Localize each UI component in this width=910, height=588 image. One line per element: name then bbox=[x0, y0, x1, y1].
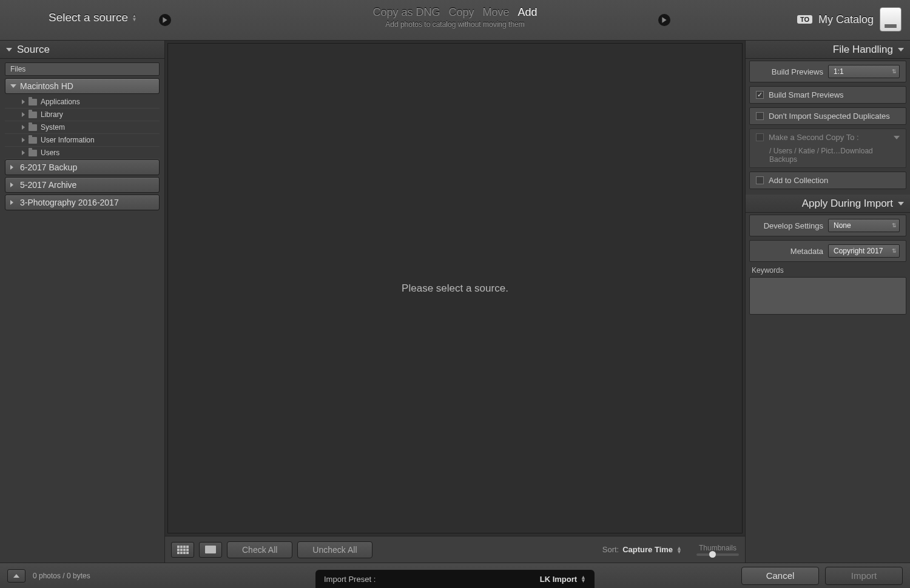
drive-row[interactable]: 6-2017 Backup bbox=[5, 159, 160, 175]
add-to-collection-label: Add to Collection bbox=[769, 176, 828, 185]
keywords-input[interactable] bbox=[749, 277, 906, 315]
folder-icon bbox=[29, 112, 37, 118]
folder-row[interactable]: Users bbox=[5, 147, 160, 159]
import-button[interactable]: Import bbox=[825, 567, 903, 585]
dropdown-icon: ⇅ bbox=[892, 248, 897, 254]
file-handling-header[interactable]: File Handling bbox=[746, 41, 910, 59]
single-view-icon bbox=[205, 546, 216, 553]
preview-toolbar: Check All Uncheck All Sort: Capture Time… bbox=[165, 536, 745, 563]
nav-arrow-right-icon[interactable] bbox=[159, 14, 171, 26]
build-previews-value: 1:1 bbox=[834, 67, 844, 76]
uncheck-all-label: Uncheck All bbox=[312, 545, 357, 555]
dropdown-icon: ▲▼ bbox=[676, 546, 682, 553]
nav-arrow-right-icon[interactable] bbox=[658, 14, 670, 26]
source-panel-header[interactable]: Source bbox=[0, 41, 164, 59]
source-picker-label: Select a source bbox=[49, 11, 128, 24]
apply-during-import-header[interactable]: Apply During Import bbox=[746, 195, 910, 213]
build-previews-label: Build Previews bbox=[772, 67, 823, 76]
metadata-row: Metadata Copyright 2017 ⇅ bbox=[749, 240, 906, 262]
folder-row[interactable]: Applications bbox=[5, 96, 160, 109]
cancel-label: Cancel bbox=[766, 570, 795, 581]
catalog-name: My Catalog bbox=[818, 13, 874, 26]
thumbnail-slider[interactable] bbox=[696, 553, 739, 556]
dropdown-icon: ⇅ bbox=[892, 68, 897, 75]
main-area: Source Files Macintosh HD Applications L… bbox=[0, 41, 910, 563]
drive-row[interactable]: 3-Photography 2016-2017 bbox=[5, 195, 160, 210]
disclosure-triangle-icon bbox=[10, 182, 16, 187]
chevron-right-icon bbox=[22, 112, 25, 117]
folder-icon bbox=[29, 124, 37, 131]
to-badge: TO bbox=[797, 15, 812, 24]
folder-icon bbox=[29, 99, 37, 105]
develop-settings-row: Develop Settings None ⇅ bbox=[749, 215, 906, 236]
folder-name: Users bbox=[41, 149, 59, 157]
drive-row[interactable]: 5-2017 Archive bbox=[5, 177, 160, 193]
status-text: 0 photos / 0 bytes bbox=[33, 572, 90, 580]
second-copy-path: / Users / Katie / Pict…Download Backups bbox=[756, 147, 900, 164]
uncheck-all-button[interactable]: Uncheck All bbox=[297, 541, 372, 558]
sort-control[interactable]: Sort: Capture Time ▲▼ bbox=[602, 545, 682, 554]
develop-settings-dropdown[interactable]: None ⇅ bbox=[828, 219, 900, 232]
build-previews-dropdown[interactable]: 1:1 ⇅ bbox=[828, 65, 900, 78]
checkbox-icon[interactable] bbox=[756, 133, 764, 141]
build-previews-row: Build Previews 1:1 ⇅ bbox=[749, 61, 906, 82]
mode-copy-as-dng[interactable]: Copy as DNG bbox=[372, 6, 440, 19]
import-preset-bar[interactable]: Import Preset : LK Import ▲▼ bbox=[315, 570, 595, 588]
folder-icon bbox=[29, 137, 37, 144]
hard-drive-icon bbox=[880, 7, 902, 32]
keywords-label: Keywords bbox=[746, 264, 910, 276]
dropdown-icon: ⇅ bbox=[892, 222, 897, 229]
files-section-label: Files bbox=[5, 62, 160, 76]
source-picker[interactable]: Select a source ▲▼ bbox=[49, 11, 137, 24]
sort-label: Sort: bbox=[602, 545, 619, 554]
check-all-button[interactable]: Check All bbox=[227, 541, 292, 558]
duplicates-row[interactable]: Don't Import Suspected Duplicates bbox=[749, 107, 906, 125]
folder-row[interactable]: System bbox=[5, 121, 160, 134]
slider-knob-icon[interactable] bbox=[709, 551, 716, 558]
tray-toggle-button[interactable] bbox=[7, 569, 25, 583]
checkbox-icon[interactable] bbox=[756, 112, 764, 120]
preset-label: Import Preset : bbox=[324, 575, 376, 584]
smart-previews-row[interactable]: Build Smart Previews bbox=[749, 86, 906, 104]
develop-settings-label: Develop Settings bbox=[764, 221, 823, 230]
drive-name: Macintosh HD bbox=[20, 81, 73, 91]
drive-name: 3-Photography 2016-2017 bbox=[20, 198, 119, 207]
thumbnail-size-control: Thumbnails bbox=[696, 544, 739, 556]
folder-row[interactable]: User Information bbox=[5, 134, 160, 147]
mode-copy[interactable]: Copy bbox=[448, 6, 474, 19]
chevron-right-icon bbox=[22, 138, 25, 142]
disclosure-triangle-icon bbox=[10, 200, 16, 205]
folder-name: System bbox=[41, 123, 65, 132]
develop-settings-value: None bbox=[834, 221, 851, 230]
disclosure-triangle-icon bbox=[894, 136, 900, 139]
cancel-button[interactable]: Cancel bbox=[741, 567, 819, 585]
folder-icon bbox=[29, 150, 37, 156]
second-copy-row[interactable]: Make a Second Copy To : / Users / Katie … bbox=[749, 129, 906, 168]
top-bar: Select a source ▲▼ Copy as DNG Copy Move… bbox=[0, 0, 910, 41]
disclosure-triangle-icon bbox=[10, 84, 16, 88]
checkbox-icon[interactable] bbox=[756, 91, 764, 99]
grid-view-button[interactable] bbox=[171, 542, 194, 558]
metadata-value: Copyright 2017 bbox=[834, 247, 883, 255]
grid-icon bbox=[177, 546, 189, 554]
destination[interactable]: TO My Catalog bbox=[797, 7, 902, 32]
add-to-collection-row[interactable]: Add to Collection bbox=[749, 172, 906, 189]
second-copy-label: Make a Second Copy To : bbox=[769, 133, 859, 142]
drive-row[interactable]: Macintosh HD bbox=[5, 78, 160, 94]
metadata-dropdown[interactable]: Copyright 2017 ⇅ bbox=[828, 244, 900, 258]
thumbnail-label: Thumbnails bbox=[696, 544, 739, 552]
disclosure-triangle-icon bbox=[6, 48, 12, 52]
checkbox-icon[interactable] bbox=[756, 176, 764, 184]
mode-move[interactable]: Move bbox=[483, 6, 510, 19]
import-mode-switcher: Copy as DNG Copy Move Add Add photos to … bbox=[372, 6, 537, 28]
sort-value: Capture Time bbox=[622, 545, 673, 554]
chevron-right-icon bbox=[22, 150, 25, 155]
folder-row[interactable]: Library bbox=[5, 109, 160, 121]
dropdown-icon: ▲▼ bbox=[132, 14, 137, 21]
import-label: Import bbox=[851, 570, 877, 581]
loupe-view-button[interactable] bbox=[199, 542, 222, 558]
bottom-bar: 0 photos / 0 bytes Import Preset : LK Im… bbox=[0, 563, 910, 588]
source-panel: Source Files Macintosh HD Applications L… bbox=[0, 41, 165, 563]
mode-description: Add photos to catalog without moving the… bbox=[372, 20, 537, 28]
mode-add[interactable]: Add bbox=[518, 6, 538, 19]
